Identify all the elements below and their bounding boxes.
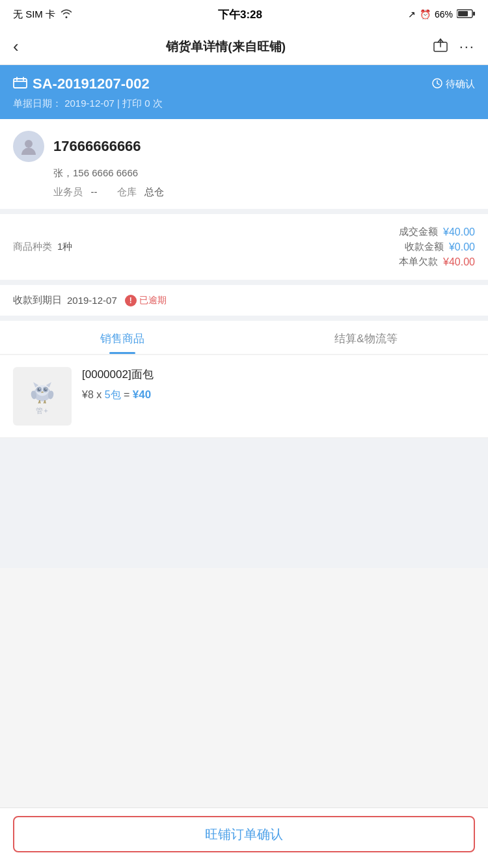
order-status: 待确认 <box>432 78 475 90</box>
svg-point-14 <box>38 388 41 391</box>
carrier-text: 无 SIM 卡 <box>13 8 55 21</box>
svg-rect-1 <box>458 11 468 16</box>
warehouse-label: 仓库 <box>117 186 137 197</box>
tab-settlement[interactable]: 结算&物流等 <box>244 321 488 354</box>
customer-name: 张，156 6666 6666 <box>53 167 475 180</box>
svg-line-22 <box>40 401 40 403</box>
svg-point-16 <box>39 388 40 390</box>
empty-space <box>0 438 488 568</box>
status-left: 无 SIM 卡 <box>13 8 72 21</box>
received-value: ¥0.00 <box>449 241 475 253</box>
summary-amounts: 成交金额 ¥40.00 收款金额 ¥0.00 本单欠款 ¥40.00 <box>399 226 475 268</box>
overdue-icon: ! <box>125 295 137 306</box>
order-header: SA-20191207-002 待确认 单据日期： 2019-12-07 | 打… <box>0 65 488 119</box>
salesperson-label: 业务员 <box>53 186 83 197</box>
warehouse-value: 总仓 <box>144 186 164 197</box>
tab-products[interactable]: 销售商品 <box>0 321 244 354</box>
deal-amount-label: 成交金额 <box>399 226 438 238</box>
due-date-label: 收款到期日 <box>13 294 62 306</box>
received-label: 收款金额 <box>405 241 444 253</box>
alarm-icon: ⏰ <box>420 9 431 20</box>
status-right: ↗ ⏰ 66% <box>408 9 475 20</box>
svg-rect-2 <box>473 12 475 16</box>
clock-icon <box>432 78 442 90</box>
battery-icon <box>457 9 475 20</box>
product-total: ¥40 <box>133 388 151 401</box>
salesperson-value: -- <box>91 186 98 197</box>
owed-value: ¥40.00 <box>443 256 475 268</box>
customer-phone: 17666666666 <box>53 138 141 155</box>
product-qty: 5包 <box>105 389 124 400</box>
svg-marker-10 <box>46 382 51 387</box>
product-image: 管+ <box>13 367 72 426</box>
svg-point-7 <box>25 140 33 148</box>
order-id: SA-20191207-002 <box>13 75 150 92</box>
status-bar: 无 SIM 卡 下午3:28 ↗ ⏰ 66% <box>0 0 488 29</box>
bottom-bar: 旺铺订单确认 <box>0 807 488 868</box>
battery-pct: 66% <box>435 9 453 20</box>
wifi-icon <box>61 9 72 20</box>
svg-point-15 <box>44 388 47 391</box>
tabs: 销售商品 结算&物流等 <box>0 321 488 355</box>
summary-card: 商品种类 1种 成交金额 ¥40.00 收款金额 ¥0.00 本单欠款 ¥40.… <box>0 214 488 285</box>
summary-goods-type: 商品种类 1种 <box>13 226 399 268</box>
more-button[interactable]: ··· <box>459 38 475 55</box>
nav-actions: ··· <box>433 38 475 55</box>
product-item: 管+ [0000002]面包 ¥8 x 5包 = ¥40 <box>0 355 488 438</box>
order-date-row: 单据日期： 2019-12-07 | 打印 0 次 <box>13 98 475 110</box>
overdue-badge: ! 已逾期 <box>125 295 167 306</box>
product-price: ¥8 x 5包 = ¥40 <box>82 388 475 402</box>
svg-marker-9 <box>33 382 38 387</box>
owed-label: 本单欠款 <box>399 256 438 268</box>
confirm-order-button[interactable]: 旺铺订单确认 <box>13 816 475 852</box>
overdue-label: 已逾期 <box>139 295 167 306</box>
brand-text: 管+ <box>36 406 48 416</box>
share-button[interactable] <box>433 38 448 55</box>
customer-card: 17666666666 张，156 6666 6666 业务员 -- 仓库 总仓 <box>0 119 488 214</box>
deal-amount-value: ¥40.00 <box>443 226 475 238</box>
svg-point-17 <box>46 388 47 390</box>
customer-avatar <box>13 131 44 162</box>
svg-rect-5 <box>14 79 27 88</box>
product-info: [0000002]面包 ¥8 x 5包 = ¥40 <box>82 367 475 402</box>
nav-bar: ‹ 销货单详情(来自旺铺) ··· <box>0 29 488 65</box>
customer-meta: 业务员 -- 仓库 总仓 <box>53 186 475 198</box>
location-icon: ↗ <box>408 9 416 20</box>
page-title: 销货单详情(来自旺铺) <box>166 38 286 55</box>
svg-line-24 <box>45 401 46 403</box>
product-list: 管+ [0000002]面包 ¥8 x 5包 = ¥40 <box>0 355 488 438</box>
status-time: 下午3:28 <box>218 7 262 22</box>
order-icon <box>13 75 27 92</box>
due-date-card: 收款到期日 2019-12-07 ! 已逾期 <box>0 285 488 321</box>
due-date-value: 2019-12-07 <box>67 295 117 306</box>
status-text: 待确认 <box>446 78 475 90</box>
back-button[interactable]: ‹ <box>13 36 19 57</box>
product-name: [0000002]面包 <box>82 367 475 382</box>
